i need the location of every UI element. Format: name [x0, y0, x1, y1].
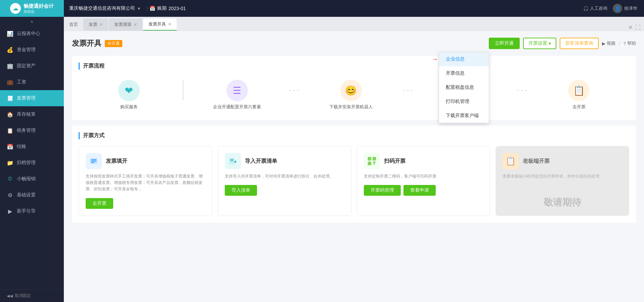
activate-button[interactable]: 立即开通 [489, 38, 520, 49]
sidebar-item-fund[interactable]: 💰 资金管理 [0, 42, 64, 58]
tab-invoice-test-label: 发票测算 [114, 22, 132, 28]
sidebar-item-report[interactable]: © 小畅报销 [0, 171, 64, 187]
report-icon: © [7, 176, 13, 182]
dropdown-arrow-icon: ▾ [549, 41, 551, 46]
settings-icon: ⚙ [7, 192, 13, 198]
user-area[interactable]: 👤 徐泽华 [613, 4, 637, 13]
import-list-desc: 支持导入待开票清单，可对待开票清单进行拆分、合并处理。 [225, 173, 344, 180]
boss-invoice-header: 📋 老板端开票 [503, 153, 622, 169]
sidebar-label-settings: 基础设置 [17, 192, 36, 198]
sidebar-item-fixed-assets[interactable]: 🏢 固定资产 [0, 58, 64, 74]
dropdown-item-tax-disk-info[interactable]: 配置税盘信息 [439, 80, 489, 95]
tab-home-label: 首页 [69, 22, 78, 28]
cloud-report-icon: 📊 [7, 30, 13, 37]
sidebar-item-invoice-mgmt[interactable]: 🧾 发票管理 [0, 90, 64, 106]
sidebar-item-settings[interactable]: ⚙ 基础设置 [0, 187, 64, 203]
company-dropdown-icon[interactable]: ▾ [138, 6, 140, 11]
sidebar-item-archive[interactable]: 📁 归档管理 [0, 155, 64, 171]
boss-invoice-desc: 查看老板端小程序提交的开票申请，并作出相应的处理。 [503, 173, 622, 180]
flow-arrow4: - - - [515, 86, 528, 94]
logo-text-area: 畅捷通好会计 旗舰版 [24, 3, 54, 14]
tab-bar: 首页 发票 ✕ 发票测算 ✕ 发票开具 ✕ ✕ ⛶ [64, 17, 644, 31]
scan-invoice-view-apply-button[interactable]: 查看申请 [403, 185, 436, 196]
import-list-button[interactable]: 导入清单 [225, 185, 257, 196]
sidebar-label-checkout: 结账 [17, 144, 26, 150]
exception-list-button[interactable]: 异常清单查询 [560, 38, 599, 49]
import-list-btn-area: 导入清单 [225, 185, 257, 196]
sidebar-label-inventory: 库存核算 [17, 111, 36, 117]
dropdown-item-company-info[interactable]: → 企业信息 [439, 52, 489, 66]
company-area[interactable]: 重庆畅捷交通信息咨询有限公司 ▾ [64, 5, 145, 11]
sidebar-item-guide[interactable]: ▶ 新手引导 [0, 203, 64, 219]
flow-section: 开票流程 ❤ 购买服务 ☰ 企业开通配置开票六要素 [72, 56, 636, 120]
flow-divider1 [183, 80, 183, 100]
page-header: 发票开具 待开通 立即开通 开票设置 ▾ → [72, 38, 636, 49]
import-list-title: 导入开票清单 [245, 158, 277, 165]
import-list-icon [225, 153, 241, 169]
scan-invoice-header: 扫码开票 [364, 153, 483, 169]
help-label: 人工咨询 [590, 5, 607, 11]
help-page-button[interactable]: ? 帮助 [624, 40, 636, 46]
tab-invoice[interactable]: 发票 ✕ [83, 18, 108, 31]
content-area: 首页 发票 ✕ 发票测算 ✕ 发票开具 ✕ ✕ ⛶ [64, 17, 644, 302]
tab-bar-expand-icon[interactable]: ⛶ [635, 25, 641, 31]
fund-icon: 💰 [7, 46, 13, 53]
billing-methods: 发票填开 支持按照发票样式手工填开发票；可开具增值税电子普通发票、增值税普通发票… [79, 146, 629, 216]
boss-invoice-title: 老板端开票 [523, 158, 550, 165]
buy-service-icon: ❤ [118, 80, 140, 101]
flow-step-buy-service-label: 购买服务 [120, 104, 138, 110]
tab-invoice-tool-close[interactable]: ✕ [168, 22, 171, 27]
sidebar-cancel-pin[interactable]: ◀◀ 取消固定 [0, 289, 64, 302]
sidebar-item-tax[interactable]: 📋 税务管理 [0, 122, 64, 139]
divider-btn: | [619, 41, 620, 46]
sidebar-label-report: 小畅报销 [17, 176, 36, 182]
billing-section: 开票方式 [72, 125, 636, 223]
top-bar: ☁ 畅捷通好会计 旗舰版 重庆畅捷交通信息咨询有限公司 ▾ | 📅 账期 202… [0, 0, 644, 17]
tab-home[interactable]: 首页 [64, 18, 83, 31]
sidebar-item-salary[interactable]: 💼 工资 [0, 74, 64, 90]
tab-invoice-close[interactable]: ✕ [99, 22, 103, 27]
checkout-icon: 📅 [7, 143, 13, 150]
tab-invoice-label: 发票 [89, 22, 97, 28]
sidebar-item-cloud-report[interactable]: 📊 云报表中心 [0, 26, 64, 42]
dropdown-item-printer-mgmt[interactable]: 打印机管理 [439, 95, 489, 109]
billing-card-boss-invoice: 📋 老板端开票 查看老板端小程序提交的开票申请，并作出相应的处理。 敬请期待 [496, 146, 629, 216]
dropdown-item-download-client[interactable]: 下载开票客户端 [439, 109, 489, 123]
logo-text: 畅捷通好会计 [24, 3, 54, 9]
tab-bar-close-icon[interactable]: ✕ [628, 24, 633, 31]
boss-invoice-overlay: 敬请期待 [544, 196, 581, 209]
invoice-settings-button[interactable]: 开票设置 ▾ [523, 38, 556, 49]
scan-invoice-code-mgmt-button[interactable]: 开票码管理 [364, 185, 401, 196]
invoice-settings-dropdown: → 企业信息 开票信息 配置税盘信息 打印机管理 [439, 52, 489, 123]
period-icon: 📅 [149, 6, 155, 11]
svg-rect-2 [91, 161, 96, 161]
video-button[interactable]: ▶ 视频 [602, 40, 615, 46]
sidebar-scroll-up[interactable]: ▲ [0, 17, 64, 26]
tab-invoice-test[interactable]: 发票测算 ✕ [109, 18, 142, 31]
flow-step-buy-service: ❤ 购买服务 [79, 80, 179, 110]
sidebar-item-inventory[interactable]: 🏠 库存核算 [0, 106, 64, 122]
svg-rect-3 [91, 162, 94, 163]
sidebar-label-guide: 新手引导 [17, 208, 36, 214]
sidebar-label-fund: 资金管理 [17, 47, 36, 53]
headphone-icon: 🎧 [583, 6, 589, 11]
help-button[interactable]: 🎧 人工咨询 [583, 5, 607, 11]
scan-invoice-title: 扫码开票 [384, 158, 405, 165]
flow-step-config-label: 企业开通配置开票六要素 [213, 104, 261, 110]
sidebar-item-checkout[interactable]: 📅 结账 [0, 139, 64, 155]
fill-invoice-go-button[interactable]: 去开票 [86, 198, 113, 209]
flow-arrow2: - - - [288, 86, 301, 94]
period-label: 账期 [157, 5, 167, 11]
billing-card-scan-invoice: 扫码开票 支持定制开票二维码，客户端可扫码开票 开票码管理 查看申请 [357, 146, 490, 216]
pin-icon: ◀◀ [7, 294, 13, 298]
svg-rect-10 [369, 158, 370, 159]
logo-icon: ☁ [10, 3, 21, 14]
flow-step-download: 😊 下载并安装开票机器人 [301, 80, 401, 110]
flow-section-title: 开票流程 [79, 63, 629, 70]
dropdown-item-invoice-info[interactable]: 开票信息 [439, 66, 489, 80]
flow-step-download-label: 下载并安装开票机器人 [329, 104, 373, 110]
tab-invoice-test-close[interactable]: ✕ [134, 22, 137, 27]
tab-invoice-tool[interactable]: 发票开具 ✕ [143, 18, 177, 31]
scan-invoice-icon [364, 153, 380, 169]
scan-invoice-desc: 支持定制开票二维码，客户端可扫码开票 [364, 173, 483, 180]
